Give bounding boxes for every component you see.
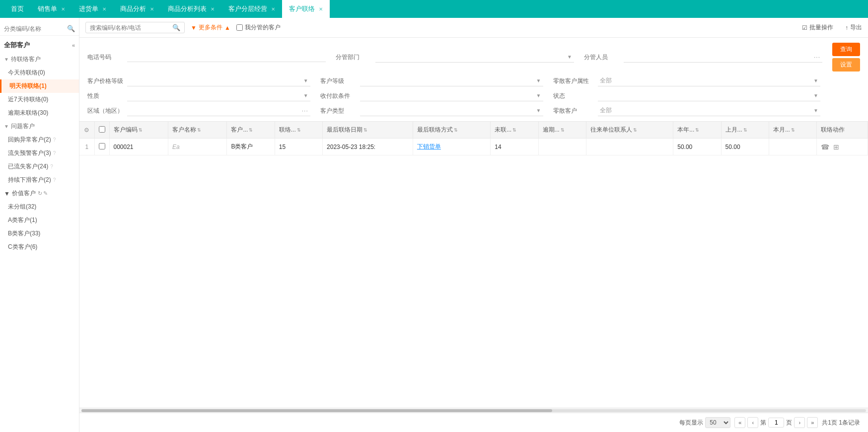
nav-close-purchase[interactable]: ✕ <box>102 6 106 12</box>
nav-product-analysis[interactable]: 商品分析 ✕ <box>113 0 161 18</box>
search-input[interactable] <box>90 24 170 31</box>
sort-icon-this-year[interactable]: ⇅ <box>695 128 699 133</box>
nav-purchase[interactable]: 进货单 ✕ <box>72 0 113 18</box>
data-table: ⚙ 客户编码⇅ 客户名称⇅ 客户...⇅ 联络...⇅ 最后联络日期⇅ 最后联络… <box>79 122 868 155</box>
price-level-select[interactable]: ▼ <box>127 75 310 86</box>
sidebar-item-class-c[interactable]: C类客户(6) <box>0 240 79 254</box>
col-code: 客户编码⇅ <box>109 122 168 139</box>
area-select[interactable]: ··· <box>127 105 310 116</box>
col-name: 客户名称⇅ <box>168 122 226 139</box>
customer-type-select[interactable]: ▼ <box>360 105 543 116</box>
gender-arrow-icon: ▼ <box>303 93 308 98</box>
select-all-checkbox[interactable] <box>99 126 105 133</box>
sort-icon-unlinked[interactable]: ⇅ <box>512 128 516 133</box>
col-checkbox[interactable] <box>94 122 109 139</box>
sort-icon-last-date[interactable]: ⇅ <box>363 128 367 133</box>
nav-customer-contact[interactable]: 客户联络 ✕ <box>282 0 330 18</box>
row-name: Ea <box>168 139 226 155</box>
sidebar-item-declining[interactable]: 持续下滑客户(2) ? <box>0 173 79 187</box>
nav-customer-layering[interactable]: 客户分层经营 ✕ <box>221 0 282 18</box>
nav-sales[interactable]: 销售单 ✕ <box>31 0 72 18</box>
status-select[interactable]: ▼ <box>598 90 821 101</box>
payment-select[interactable]: ▼ <box>360 90 543 101</box>
first-page-btn[interactable]: « <box>734 417 745 428</box>
sidebar-item-week[interactable]: 近7天待联络(0) <box>0 93 79 106</box>
export-btn[interactable]: ↑ 导出 <box>845 23 862 32</box>
dept-arrow-icon: ▼ <box>567 54 572 60</box>
manager-select[interactable]: ··· <box>624 52 822 63</box>
nav-close-product-analysis[interactable]: ✕ <box>150 6 154 12</box>
settings-button[interactable]: 设置 <box>832 58 860 72</box>
last-method-link[interactable]: 下销货单 <box>417 143 441 150</box>
query-button[interactable]: 查询 <box>832 43 860 56</box>
sidebar-item-overdue[interactable]: 逾期未联络(30) <box>0 106 79 120</box>
next-page-btn[interactable]: › <box>794 417 805 428</box>
sort-icon-this-month[interactable]: ⇅ <box>791 128 795 133</box>
sidebar-item-class-b[interactable]: B类客户(33) <box>0 227 79 240</box>
filter-row-3: 性质 ▼ 收付款条件 ▼ 状态 <box>87 90 860 101</box>
col-overdue: 逾期...⇅ <box>538 122 586 139</box>
sidebar-item-churn-warning[interactable]: 流失预警客户(3) ? <box>0 146 79 160</box>
retail-customer-select[interactable]: 全部 ▼ <box>598 105 821 116</box>
retail-attr-label: 零散客户属性 <box>553 77 598 85</box>
area-label: 区域（地区） <box>87 107 127 115</box>
action-more-icon[interactable]: ⊞ <box>833 143 839 151</box>
sort-icon-unit-contact[interactable]: ⇅ <box>633 128 637 133</box>
sort-icon-code[interactable]: ⇅ <box>139 128 143 133</box>
sidebar-item-class-a[interactable]: A类客户(1) <box>0 214 79 227</box>
sort-icon-name[interactable]: ⇅ <box>197 128 201 133</box>
dept-select[interactable]: ▼ <box>375 52 574 63</box>
sidebar-item-tomorrow[interactable]: 明天待联络(1) <box>0 79 79 93</box>
prev-page-btn[interactable]: ‹ <box>747 417 758 428</box>
nav-close-sales[interactable]: ✕ <box>61 6 65 12</box>
row-code: 000021 <box>109 139 168 155</box>
page-size-select[interactable]: 50 100 200 <box>705 417 730 428</box>
sidebar-group-value[interactable]: ▼ 价值客户 ↻ ✎ <box>0 187 79 200</box>
sort-icon-type[interactable]: ⇅ <box>249 128 253 133</box>
sort-icon-last-month[interactable]: ⇅ <box>743 128 747 133</box>
row-overdue <box>538 139 586 155</box>
col-last-date: 最后联络日期⇅ <box>323 122 413 139</box>
batch-op-btn[interactable]: ☑ 批量操作 <box>802 23 833 32</box>
search-icon[interactable]: 🔍 <box>172 24 180 31</box>
horizontal-scrollbar[interactable] <box>79 408 868 413</box>
sidebar-item-churned[interactable]: 已流失客户(24) ? <box>0 160 79 173</box>
phone-input[interactable] <box>127 53 326 62</box>
sidebar-search-input[interactable] <box>4 25 67 32</box>
row-checkbox[interactable] <box>99 143 105 149</box>
nav-close-product-analysis-list[interactable]: ✕ <box>211 6 215 12</box>
sidebar-item-abnormal[interactable]: 回购异常客户(2) ? <box>0 133 79 146</box>
sort-icon-overdue[interactable]: ⇅ <box>561 128 565 133</box>
nav-home[interactable]: 首页 <box>4 0 31 18</box>
nav-close-customer-contact[interactable]: ✕ <box>319 6 323 12</box>
nav-product-analysis-list[interactable]: 商品分析列表 ✕ <box>161 0 221 18</box>
filter-more-btn[interactable]: ▼ 更多条件 ▲ <box>191 23 230 32</box>
my-customer-checkbox[interactable] <box>236 24 243 31</box>
sidebar-group-problem[interactable]: ▼ 问题客户 <box>0 120 79 133</box>
sort-icon-last-method[interactable]: ⇅ <box>454 128 458 133</box>
col-settings[interactable]: ⚙ <box>79 122 94 139</box>
row-last-method[interactable]: 下销货单 <box>413 139 490 155</box>
row-checkbox-cell[interactable] <box>94 139 109 155</box>
sort-icon-contact[interactable]: ⇅ <box>297 128 301 133</box>
last-page-btn[interactable]: » <box>807 417 818 428</box>
retail-attr-select[interactable]: 全部 ▼ <box>598 75 821 86</box>
my-customer-checkbox-wrap[interactable]: 我分管的客户 <box>236 23 281 32</box>
gender-select[interactable]: ▼ <box>127 90 310 101</box>
filter-status: 状态 ▼ <box>553 90 821 101</box>
action-contact-icon[interactable]: ☎ <box>821 143 829 151</box>
page-number-input[interactable] <box>768 418 784 428</box>
nav-close-customer-layering[interactable]: ✕ <box>271 6 275 12</box>
sidebar-all-customers[interactable]: 全部客户 « <box>0 38 79 53</box>
refresh-icon[interactable]: ↻ <box>38 190 42 197</box>
manager-dots-icon: ··· <box>814 54 820 61</box>
page-size-wrap: 每页显示 50 100 200 <box>679 417 730 428</box>
customer-level-select[interactable]: ▼ <box>360 75 543 86</box>
filter-phone: 电话号码 <box>87 53 326 62</box>
sidebar-item-ungrouped[interactable]: 未分组(32) <box>0 200 79 214</box>
sidebar-item-today[interactable]: 今天待联络(0) <box>0 66 79 79</box>
sidebar-search-icon[interactable]: 🔍 <box>67 25 75 32</box>
sidebar-group-pending[interactable]: ▼ 待联络客户 <box>0 53 79 66</box>
edit-icon[interactable]: ✎ <box>43 190 48 197</box>
table-row: 1 000021 Ea B类客户 15 2023-05-23 18:25: 下销… <box>79 139 868 155</box>
